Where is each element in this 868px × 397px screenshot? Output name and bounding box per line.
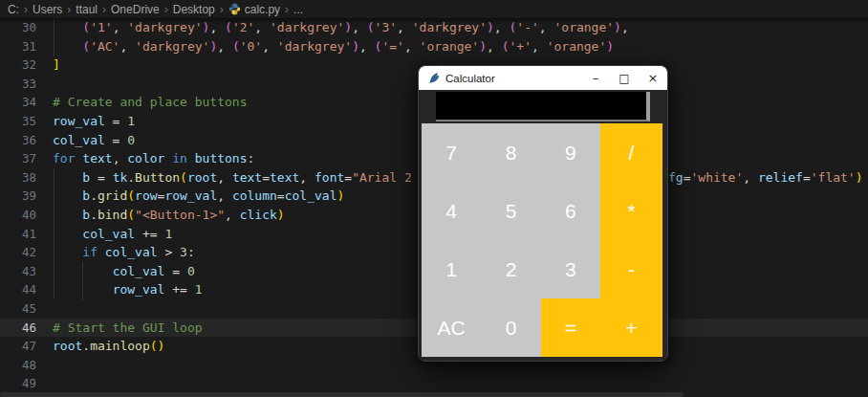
breadcrumb-item-c[interactable]: C: [8, 3, 19, 16]
calc-button-*[interactable]: * [600, 182, 662, 240]
line-number: 35 [0, 112, 36, 131]
line-number: 41 [0, 225, 36, 244]
calc-button-5[interactable]: 5 [481, 182, 540, 240]
calc-button-9[interactable]: 9 [541, 123, 600, 182]
maximize-icon[interactable]: □ [610, 66, 639, 90]
calc-button-=[interactable]: = [541, 298, 600, 357]
code-text: b = tk.Button(root, text=text, font="Ari… [53, 168, 412, 187]
code-text: b.grid(row=row_val, column=col_val) [53, 187, 344, 206]
breadcrumb-separator: › [67, 3, 71, 16]
line-number: 42 [0, 243, 36, 262]
code-text: row_val = 1 [53, 112, 135, 131]
line-number: 46 [0, 319, 36, 338]
window-controls: –□× [581, 66, 667, 90]
line-number: 40 [0, 206, 36, 225]
breadcrumb-item-onedrive[interactable]: OneDrive [111, 3, 160, 16]
breadcrumb-separator: › [24, 3, 28, 16]
indent-guide [54, 168, 54, 299]
calc-display[interactable] [436, 92, 650, 121]
code-text: for text, color in buttons: [53, 149, 254, 168]
breadcrumb-separator: › [102, 3, 106, 16]
code-text: # Create and place buttons [53, 93, 248, 112]
line-number: 37 [0, 149, 36, 168]
line-number: 34 [0, 93, 36, 112]
line-number: 32 [0, 55, 36, 75]
calc-button-0[interactable]: 0 [481, 298, 540, 357]
breadcrumb-separator: › [285, 3, 289, 16]
line-number: 47 [0, 337, 36, 356]
line-number: 33 [0, 75, 36, 94]
code-text: col_val = 0 [53, 262, 195, 281]
code-line: 31 ('AC', 'darkgrey'), ('0', 'darkgrey')… [0, 37, 868, 56]
calc-button-+[interactable]: + [600, 298, 662, 357]
line-number: 36 [0, 131, 36, 150]
calc-button-8[interactable]: 8 [481, 123, 540, 182]
breadcrumb-shadow [0, 18, 868, 24]
line-number: 49 [0, 374, 36, 393]
calc-button-3[interactable]: 3 [541, 240, 600, 298]
line-number: 39 [0, 187, 36, 206]
tk-feather-icon [427, 72, 440, 84]
calc-button-2[interactable]: 2 [481, 240, 540, 298]
minimize-icon[interactable]: – [581, 66, 610, 90]
indent-guide [82, 262, 83, 300]
breadcrumb-item-ttaul[interactable]: ttaul [76, 3, 98, 16]
breadcrumb-separator: › [164, 3, 168, 16]
code-text: ] [53, 55, 60, 75]
calc-button--[interactable]: - [600, 240, 662, 298]
calc-button-/[interactable]: / [600, 123, 662, 182]
calc-button-7[interactable]: 7 [422, 123, 481, 182]
python-icon [228, 3, 241, 15]
calc-button-grid: 789/456*123-AC0=+ [422, 123, 662, 357]
indent-guide [54, 18, 54, 56]
line-number: 43 [0, 262, 36, 281]
calculator-titlebar[interactable]: Calculator –□× [419, 66, 667, 90]
code-text: # Start the GUI loop [53, 319, 203, 338]
code-text: row_val += 1 [53, 280, 203, 299]
breadcrumb-item-users[interactable]: Users [33, 3, 62, 16]
code-text: col_val += 1 [53, 225, 172, 244]
line-number: 48 [0, 356, 36, 375]
breadcrumb-item-desktop[interactable]: Desktop [173, 3, 215, 16]
line-number: 44 [0, 280, 36, 299]
breadcrumb-separator: › [220, 3, 224, 16]
code-text: root.mainloop() [53, 337, 164, 356]
line-number: 45 [0, 299, 36, 319]
calculator-body: 789/456*123-AC0=+ [419, 90, 667, 361]
code-text-overflow: fg='white', relief='flat') [668, 168, 863, 187]
line-number: 38 [0, 168, 36, 187]
calculator-window: Calculator –□× 789/456*123-AC0=+ [418, 65, 668, 362]
calc-button-6[interactable]: 6 [541, 182, 600, 240]
calc-button-1[interactable]: 1 [422, 240, 481, 298]
breadcrumb-item-calcpy[interactable]: calc.py [245, 3, 280, 16]
code-text: ('AC', 'darkgrey'), ('0', 'darkgrey'), (… [53, 37, 614, 56]
horizontal-scrollbar[interactable] [0, 392, 684, 397]
line-number: 31 [0, 37, 36, 56]
calculator-title: Calculator [445, 73, 581, 84]
calc-button-ac[interactable]: AC [422, 298, 481, 357]
breadcrumb-item-[interactable]: ... [293, 3, 303, 16]
code-text: if col_val > 3: [53, 243, 195, 262]
vscode-window: C:›Users›ttaul›OneDrive›Desktop› calc.py… [0, 0, 868, 397]
code-line: 49 [0, 374, 868, 393]
close-icon[interactable]: × [639, 66, 667, 90]
breadcrumb: C:›Users›ttaul›OneDrive›Desktop› calc.py… [0, 0, 868, 18]
code-text: b.bind("<Button-1>", click) [53, 206, 285, 225]
calc-button-4[interactable]: 4 [422, 182, 481, 240]
code-text: col_val = 0 [53, 131, 135, 150]
